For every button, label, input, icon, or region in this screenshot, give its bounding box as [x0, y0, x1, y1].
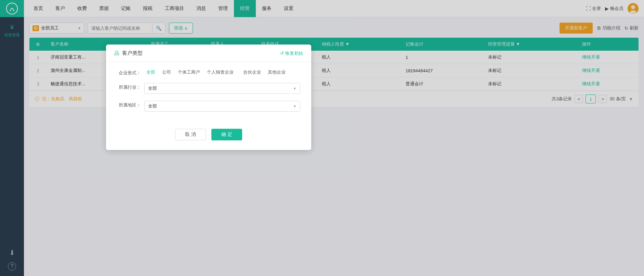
option-sole[interactable]: 个人独资企业	[205, 68, 236, 76]
industry-form-row: 所属行业： 全部 ▼	[117, 83, 300, 94]
region-select-wrap: 全部 ▼	[144, 101, 300, 112]
industry-select[interactable]: 全部 ▼	[144, 83, 300, 94]
region-label: 所属地区：	[117, 101, 144, 108]
modal-overlay: 品 客户类型 ↺ 恢复初始 企业形式： 全部 公司 个体工商户 个人独资企业 合…	[0, 0, 644, 276]
confirm-button[interactable]: 确 定	[211, 129, 242, 140]
reset-icon: ↺	[280, 51, 284, 56]
enterprise-form-row: 企业形式： 全部 公司 个体工商户 个人独资企业 合伙企业 其他企业	[117, 68, 300, 76]
industry-value: 全部	[148, 85, 157, 91]
region-value: 全部	[148, 103, 157, 109]
modal-title-text: 客户类型	[122, 50, 143, 57]
modal-footer: 取 消 确 定	[106, 125, 311, 140]
enterprise-form-options: 全部 公司 个体工商户 个人独资企业 合伙企业 其他企业	[144, 68, 300, 76]
option-all[interactable]: 全部	[144, 68, 157, 76]
option-individual[interactable]: 个体工商户	[176, 68, 202, 76]
modal-title-icon: 品	[114, 50, 119, 57]
region-form-row: 所属地区： 全部 ▼	[117, 101, 300, 112]
option-other[interactable]: 其他企业	[266, 68, 288, 76]
industry-label: 所属行业：	[117, 83, 144, 90]
reset-label: 恢复初始	[285, 50, 303, 57]
industry-select-wrap: 全部 ▼	[144, 83, 300, 94]
cancel-button[interactable]: 取 消	[175, 129, 206, 140]
industry-arrow-icon: ▼	[293, 87, 297, 90]
customer-type-modal: 品 客户类型 ↺ 恢复初始 企业形式： 全部 公司 个体工商户 个人独资企业 合…	[106, 45, 311, 150]
modal-reset-button[interactable]: ↺ 恢复初始	[280, 50, 303, 57]
enterprise-form-label: 企业形式：	[117, 68, 144, 76]
region-select[interactable]: 全部 ▼	[144, 101, 300, 112]
option-company[interactable]: 公司	[160, 68, 173, 76]
modal-header: 品 客户类型 ↺ 恢复初始	[106, 45, 311, 62]
option-partnership[interactable]: 合伙企业	[241, 68, 263, 76]
region-arrow-icon: ▼	[293, 104, 297, 108]
modal-body: 企业形式： 全部 公司 个体工商户 个人独资企业 合伙企业 其他企业 所属行业：…	[106, 62, 311, 125]
modal-title: 品 客户类型	[114, 50, 143, 57]
